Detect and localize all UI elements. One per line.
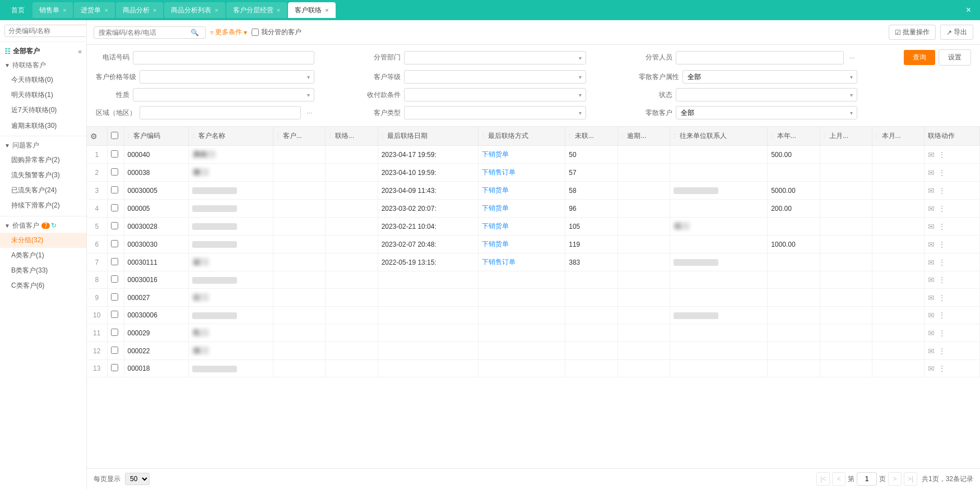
message-action-icon[interactable]: ✉: [928, 275, 935, 284]
contact-method-link[interactable]: 下销货单: [482, 150, 509, 158]
more-action-icon[interactable]: ⋮: [938, 311, 946, 320]
contact-method-link[interactable]: 下销货单: [482, 204, 509, 212]
message-action-icon[interactable]: ✉: [928, 311, 935, 320]
row-checkbox[interactable]: [107, 342, 124, 360]
tab-purchase-close[interactable]: ×: [104, 7, 108, 13]
customer-tier-select[interactable]: [404, 70, 586, 84]
per-page-select[interactable]: 50: [125, 473, 150, 485]
row-checkbox[interactable]: [107, 253, 124, 271]
more-action-icon[interactable]: ⋮: [938, 347, 946, 356]
tab-sales[interactable]: 销售单 ×: [32, 2, 73, 18]
sidebar-item-declining[interactable]: 持续下滑客户(2): [0, 198, 86, 213]
my-customers-check-input[interactable]: [252, 29, 259, 36]
region-input[interactable]: [140, 106, 301, 119]
row-checkbox[interactable]: [107, 146, 124, 164]
contact-method-link[interactable]: 下销货单: [482, 186, 509, 194]
pending-group-label[interactable]: ▼ 待联络客户: [0, 58, 86, 72]
sidebar-item-overdue[interactable]: 逾期未联络(30): [0, 118, 86, 133]
message-action-icon[interactable]: ✉: [928, 364, 935, 373]
message-action-icon[interactable]: ✉: [928, 204, 935, 213]
row-checkbox[interactable]: [107, 200, 124, 218]
more-action-icon[interactable]: ⋮: [938, 275, 946, 284]
message-action-icon[interactable]: ✉: [928, 347, 935, 356]
tab-product-analysis[interactable]: 商品分析 ×: [116, 2, 163, 18]
dept-select[interactable]: [404, 51, 586, 64]
more-action-icon[interactable]: ⋮: [938, 186, 946, 195]
sidebar-item-week[interactable]: 近7天待联络(0): [0, 103, 86, 118]
more-conditions-btn[interactable]: ▿ 更多条件 ▾: [210, 27, 247, 37]
customer-type-select[interactable]: [404, 106, 586, 119]
export-btn[interactable]: ↗ 导出: [940, 25, 973, 40]
tab-product-analysis-list[interactable]: 商品分析列表 ×: [164, 2, 225, 18]
row-checkbox[interactable]: [107, 289, 124, 307]
message-action-icon[interactable]: ✉: [928, 168, 935, 177]
status-select[interactable]: [676, 88, 857, 102]
sidebar-item-tomorrow[interactable]: 明天待联络(1): [0, 87, 86, 103]
more-action-icon[interactable]: ⋮: [938, 222, 946, 231]
contact-method-link[interactable]: 下销货单: [482, 240, 509, 248]
my-customers-checkbox[interactable]: 我分管的客户: [252, 27, 301, 37]
sidebar-item-churned[interactable]: 已流失客户(24): [0, 183, 86, 198]
message-action-icon[interactable]: ✉: [928, 240, 935, 249]
more-action-icon[interactable]: ⋮: [938, 293, 946, 302]
payment-select[interactable]: [404, 88, 586, 102]
sidebar-item-type-b[interactable]: B类客户(33): [0, 263, 86, 278]
more-action-icon[interactable]: ⋮: [938, 364, 946, 373]
message-action-icon[interactable]: ✉: [928, 293, 935, 302]
reset-btn[interactable]: 设置: [939, 49, 971, 66]
tab-sales-close[interactable]: ×: [63, 7, 66, 13]
price-tier-select[interactable]: [140, 70, 314, 84]
tab-product-analysis-list-close[interactable]: ×: [215, 7, 218, 13]
sidebar-item-type-a[interactable]: A类客户(1): [0, 248, 86, 263]
row-checkbox[interactable]: [107, 164, 124, 182]
filter-search-input[interactable]: [99, 29, 188, 36]
contact-method-link[interactable]: 下销售订单: [482, 168, 515, 176]
tab-purchase[interactable]: 进货单 ×: [74, 2, 114, 18]
first-page-btn[interactable]: |<: [816, 472, 830, 486]
message-action-icon[interactable]: ✉: [928, 329, 935, 338]
more-action-icon[interactable]: ⋮: [938, 168, 946, 177]
more-action-icon[interactable]: ⋮: [938, 240, 946, 249]
contact-method-link[interactable]: 下销售订单: [482, 258, 515, 266]
row-checkbox[interactable]: [107, 271, 124, 289]
tab-customer-contact-close[interactable]: ×: [325, 7, 328, 13]
sidebar-all-customers[interactable]: ☷ 全部客户 «: [0, 42, 86, 58]
person-input[interactable]: [676, 51, 844, 64]
query-btn[interactable]: 查询: [904, 50, 935, 65]
value-group-label[interactable]: ▼ 价值客户 7 ↻: [0, 219, 86, 233]
refresh-icon[interactable]: ↻: [51, 222, 57, 229]
row-checkbox[interactable]: [107, 360, 124, 377]
batch-op-btn[interactable]: ☑ 批量操作: [889, 25, 936, 40]
sidebar-collapse-icon[interactable]: «: [78, 48, 82, 56]
sidebar-search-input[interactable]: [4, 25, 87, 37]
message-action-icon[interactable]: ✉: [928, 222, 935, 231]
tab-customer-contact[interactable]: 客户联络 ×: [288, 2, 335, 18]
sidebar-item-unclassified[interactable]: 未分组(32): [0, 233, 86, 248]
row-checkbox[interactable]: [107, 307, 124, 324]
last-page-btn[interactable]: >|: [904, 472, 917, 486]
more-action-icon[interactable]: ⋮: [938, 204, 946, 213]
sidebar-item-type-c[interactable]: C类客户(6): [0, 278, 86, 293]
retail-attr-select[interactable]: 全部: [682, 70, 857, 84]
problem-group-label[interactable]: ▼ 问题客户: [0, 139, 86, 153]
more-action-icon[interactable]: ⋮: [938, 258, 946, 267]
page-input[interactable]: [857, 472, 877, 486]
tab-home[interactable]: 首页: [4, 2, 31, 18]
contact-method-link[interactable]: 下销货单: [482, 222, 509, 230]
sidebar-item-churn-warning[interactable]: 流失预警客户(3): [0, 168, 86, 183]
region-more-icon[interactable]: ···: [304, 109, 314, 117]
sidebar-item-today[interactable]: 今天待联络(0): [0, 72, 86, 87]
gear-settings-icon[interactable]: ⚙: [90, 132, 97, 141]
prev-page-btn[interactable]: <: [832, 472, 846, 486]
more-action-icon[interactable]: ⋮: [938, 329, 946, 338]
next-page-btn[interactable]: >: [888, 472, 902, 486]
row-checkbox[interactable]: [107, 324, 124, 342]
nature-select[interactable]: [133, 88, 314, 102]
row-checkbox[interactable]: [107, 236, 124, 253]
select-all-checkbox[interactable]: [111, 132, 118, 139]
filter-search-icon[interactable]: 🔍: [191, 29, 199, 36]
tab-customer-tier[interactable]: 客户分层经营 ×: [226, 2, 287, 18]
sidebar-item-abnormal[interactable]: 固购异常客户(2): [0, 153, 86, 168]
tab-product-analysis-close[interactable]: ×: [153, 7, 156, 13]
tab-customer-tier-close[interactable]: ×: [277, 7, 280, 13]
